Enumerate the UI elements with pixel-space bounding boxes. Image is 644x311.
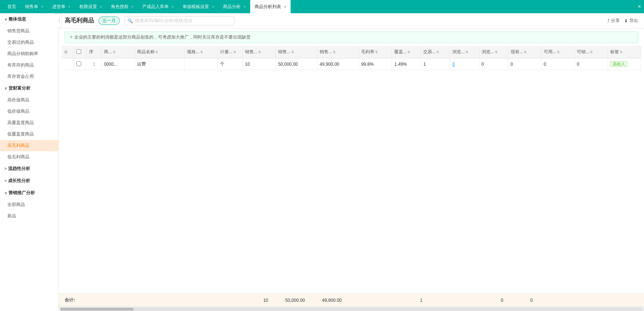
sidebar-group-1[interactable]: ∨货财富分析 [0,82,58,94]
sort-icon-available[interactable]: ⇅ [557,50,560,54]
nav-label: 商品分析列表 [255,4,281,10]
col-header-current_stock[interactable]: 现有...⇅ [508,46,541,58]
sort-icon-unit[interactable]: ⇅ [233,50,236,54]
nav-item-5[interactable]: 产成品入库单× [138,0,178,13]
col-header-name[interactable]: 商品名称⇅ [135,46,185,58]
col-header-saleable[interactable]: 可销...⇅ [575,46,608,58]
nav-close-icon[interactable]: × [172,5,174,9]
footer-cell-code [116,298,145,303]
nav-close-icon[interactable]: × [132,5,134,9]
cell-spec-0 [184,58,217,70]
footer-cell-settings [81,298,92,303]
sort-icon-name[interactable]: ⇅ [155,50,158,54]
nav-item-4[interactable]: 角色授权× [107,0,138,13]
col-header-sales_amount[interactable]: 销售...⇅ [276,46,317,58]
nav-item-2[interactable]: 进货单× [48,0,75,13]
settings-icon[interactable]: ⚙ [64,50,68,55]
scroll-thumb[interactable] [60,308,134,311]
nav-item-6[interactable]: 单据模板设置× [178,0,219,13]
nav-item-0[interactable]: 首页 [3,0,21,13]
col-header-spec[interactable]: 规格...⇅ [184,46,217,58]
sort-icon-sales_cost[interactable]: ⇅ [333,50,336,54]
nav-close-icon[interactable]: × [284,5,286,9]
view-link-0[interactable]: 0 [452,62,455,67]
sort-icon-current_stock[interactable]: ⇅ [524,50,527,54]
col-header-gross_margin[interactable]: 毛利率⇅ [359,46,392,58]
nav-close-icon[interactable]: × [100,5,102,9]
col-header-tag[interactable]: 标签⇅ [608,46,641,58]
sidebar-group-0[interactable]: ∨整体信息 [0,13,58,25]
col-header-code[interactable]: 商...⇅ [101,46,134,58]
cell-coverage-0: 1.49% [392,58,421,70]
sidebar-item-1-4[interactable]: 高毛利商品 [0,140,58,151]
col-header-sales_qty[interactable]: 销售...⇅ [242,46,276,58]
col-header-view1[interactable]: 浏览...⇅ [450,46,479,58]
cell-tag-0[interactable]: 高收入 [608,58,641,70]
search-box[interactable]: 🔍 搜索条码/编码/名称/规格/别名 [124,16,234,25]
col-header-checkbox[interactable] [74,46,87,58]
sidebar-group-2[interactable]: >流趋性分析 [0,163,58,175]
bottom-scrollbar[interactable] [59,307,644,311]
sidebar-item-0-1[interactable]: 交易过的商品 [0,37,58,48]
filter-recent-month-btn[interactable]: 近一月 [98,17,120,25]
sidebar-item-1-1[interactable]: 低价值商品 [0,106,58,117]
sort-icon-view2[interactable]: ⇅ [495,50,498,54]
col-header-coverage[interactable]: 覆盖...⇅ [392,46,421,58]
col-header-settings[interactable]: ⚙ [62,46,74,58]
close-window-btn[interactable]: × [638,3,641,10]
sidebar-item-1-0[interactable]: 高价值商品 [0,94,58,106]
nav-item-1[interactable]: 销售单× [21,0,48,13]
sort-icon-trade[interactable]: ⇅ [436,50,439,54]
sort-icon-spec[interactable]: ⇅ [200,50,203,54]
sort-icon-coverage[interactable]: ⇅ [407,50,410,54]
sidebar-collapse-btn[interactable]: 《 [54,13,62,28]
sidebar-item-0-0[interactable]: 销售货商品 [0,25,58,37]
col-header-seq[interactable]: 序 [87,46,102,58]
col-header-trade[interactable]: 交易...⇅ [421,46,450,58]
sidebar-item-4-0[interactable]: 全部商品 [0,199,58,210]
nav-item-3[interactable]: 权限设置× [75,0,107,13]
export-btn[interactable]: ⬇ 导出 [624,18,638,24]
col-header-view2[interactable]: 浏览...⇅ [479,46,508,58]
sidebar-group-4[interactable]: ∨营销推广分析 [0,187,58,199]
col-header-sales_cost[interactable]: 销售...⇅ [317,46,359,58]
nav-close-icon[interactable]: × [244,5,246,9]
select-all-checkbox[interactable] [76,49,81,54]
scroll-track[interactable] [60,308,643,311]
sort-icon-code[interactable]: ⇅ [113,50,116,54]
sidebar-arrow: > [4,167,7,171]
sidebar-item-0-2[interactable]: 商品分销助购率 [0,48,58,59]
nav-close-icon[interactable]: × [41,5,43,9]
share-btn[interactable]: ⤴ 分享 [607,18,620,24]
table-wrapper[interactable]: ⚙序商...⇅商品名称⇅规格...⇅计量...⇅销售...⇅销售...⇅销售..… [59,46,644,293]
nav-label: 进货单 [52,4,65,10]
nav-close-icon[interactable]: × [212,5,214,9]
cell-sales_cost-0: 49,900.00 [317,58,359,70]
cell-sales_amount-0: 50,000.00 [276,58,317,70]
sidebar-item-1-2[interactable]: 高覆盖度商品 [0,117,58,129]
sort-icon-sales_amount[interactable]: ⇅ [291,50,294,54]
sidebar-item-1-3[interactable]: 低覆盖度商品 [0,129,58,140]
sort-icon-sales_qty[interactable]: ⇅ [258,50,261,54]
sidebar-item-0-4[interactable]: 库存资金占用 [0,71,58,82]
sort-icon-saleable[interactable]: ⇅ [590,50,593,54]
nav-item-7[interactable]: 商品分析× [219,0,250,13]
sort-icon-tag[interactable]: ⇅ [620,50,623,54]
footer-cell-unit [219,298,241,303]
search-icon: 🔍 [127,18,133,23]
footer-cell-spec [190,298,219,303]
sidebar-item-1-5[interactable]: 低毛利商品 [0,151,58,163]
nav-close-icon[interactable]: × [68,5,71,9]
col-header-available[interactable]: 可用...⇅ [541,46,574,58]
sidebar-item-4-1[interactable]: 新品 [0,210,58,222]
row-checkbox-0[interactable] [76,61,81,66]
sort-icon-gross_margin[interactable]: ⇅ [375,50,378,54]
col-label-saleable: 可销... [577,49,589,55]
sidebar-group-3[interactable]: >成长性分析 [0,175,58,187]
col-header-unit[interactable]: 计量...⇅ [218,46,243,58]
nav-item-8[interactable]: 商品分析列表× [250,0,291,13]
sidebar-item-0-3[interactable]: 有库存的商品 [0,59,58,71]
cell-view1-0[interactable]: 0 [450,58,479,70]
footer-cell-sales_qty: 10 [241,298,270,303]
sort-icon-view1[interactable]: ⇅ [465,50,468,54]
